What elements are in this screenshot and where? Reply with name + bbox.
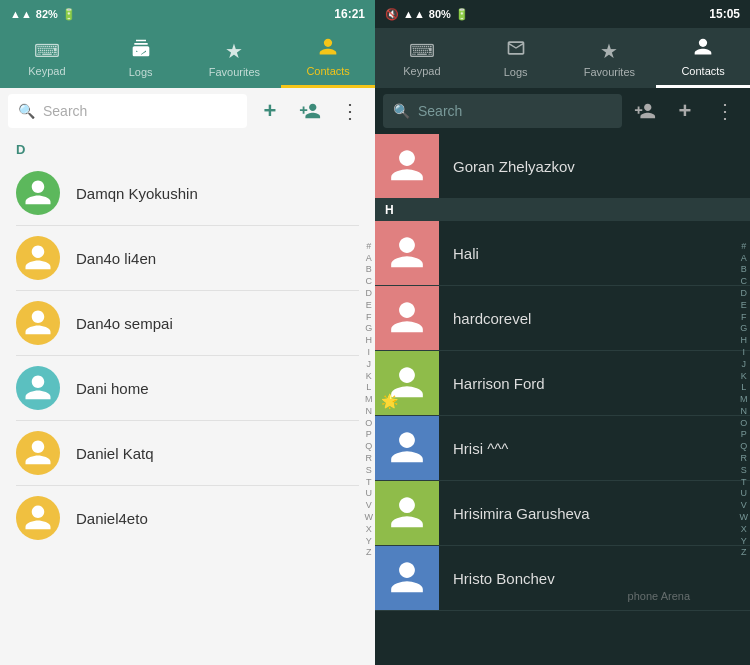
tab-keypad-left-label: Keypad bbox=[28, 65, 65, 77]
contact-hardcorevel[interactable]: hardcorevel bbox=[375, 286, 750, 351]
tab-favourites-right-label: Favourites bbox=[584, 66, 635, 78]
contact-hrisimira[interactable]: Hrisimira Garusheva bbox=[375, 481, 750, 546]
avatar-dani-home bbox=[16, 366, 60, 410]
contact-name-damqn: Damqn Kyokushin bbox=[76, 185, 198, 202]
phonearena-watermark: phone Arena bbox=[628, 590, 690, 602]
tab-logs-right[interactable]: Logs bbox=[469, 28, 563, 88]
mute-icon: 🔇 bbox=[385, 8, 399, 21]
right-alpha-index: #ABCDEFGHIJKLMNOPQRSTUVWXYZ bbox=[738, 134, 751, 665]
signal-icon-right: ▲▲ bbox=[403, 8, 425, 20]
right-tab-bar: ⌨ Keypad Logs ★ Favourites Contacts bbox=[375, 28, 750, 88]
more-options-button-left[interactable]: ⋮ bbox=[333, 94, 367, 128]
logs-icon-right bbox=[506, 38, 526, 63]
contact-hali[interactable]: Hali bbox=[375, 221, 750, 286]
left-search-bar: 🔍 Search + ⋮ bbox=[0, 88, 375, 134]
contact-daniel-katq[interactable]: Daniel Katq bbox=[0, 421, 375, 485]
tab-logs-left-label: Logs bbox=[129, 66, 153, 78]
contact-dan4o-sempai[interactable]: Dan4o sempai bbox=[0, 291, 375, 355]
keypad-icon: ⌨ bbox=[34, 40, 60, 62]
tab-favourites-left[interactable]: ★ Favourites bbox=[188, 28, 282, 88]
contact-name-dan4o-li4en: Dan4o li4en bbox=[76, 250, 156, 267]
search-icon-left: 🔍 bbox=[18, 103, 35, 119]
right-status-icons: 🔇 ▲▲ 80% 🔋 bbox=[385, 8, 469, 21]
tab-favourites-left-label: Favourites bbox=[209, 66, 260, 78]
signal-icon: ▲▲ bbox=[10, 8, 32, 20]
battery-icon-right: 🔋 bbox=[455, 8, 469, 21]
logs-icon bbox=[131, 38, 151, 63]
tab-contacts-left-label: Contacts bbox=[306, 65, 349, 77]
contact-dani-home[interactable]: Dani home bbox=[0, 356, 375, 420]
tab-keypad-left[interactable]: ⌨ Keypad bbox=[0, 28, 94, 88]
left-panel: ▲▲ 82% 🔋 16:21 ⌨ Keypad Logs ★ Favourite… bbox=[0, 0, 375, 665]
left-search-placeholder: Search bbox=[43, 103, 87, 119]
contact-hrisi[interactable]: Hrisi ^^^ bbox=[375, 416, 750, 481]
right-search-bar: 🔍 Search + ⋮ bbox=[375, 88, 750, 134]
avatar-damqn bbox=[16, 171, 60, 215]
contact-name-goran: Goran Zhelyazkov bbox=[439, 158, 750, 175]
tab-logs-right-label: Logs bbox=[504, 66, 528, 78]
right-search-wrap[interactable]: 🔍 Search bbox=[383, 94, 622, 128]
contact-name-hrisimira: Hrisimira Garusheva bbox=[439, 505, 750, 522]
left-search-wrap[interactable]: 🔍 Search bbox=[8, 94, 247, 128]
avatar-hali bbox=[375, 221, 439, 285]
star-icon-left: ★ bbox=[225, 39, 243, 63]
right-contacts-list: Goran Zhelyazkov H Hali hardcorevel 🌟 Ha… bbox=[375, 134, 750, 665]
contact-name-dani-home: Dani home bbox=[76, 380, 149, 397]
tab-contacts-right[interactable]: Contacts bbox=[656, 28, 750, 88]
right-search-placeholder: Search bbox=[418, 103, 462, 119]
add-from-contacts-button-right[interactable] bbox=[628, 94, 662, 128]
contact-name-daniel4eto: Daniel4eto bbox=[76, 510, 148, 527]
battery-label-right: 80% bbox=[429, 8, 451, 20]
avatar-hrisimira bbox=[375, 481, 439, 545]
avatar-goran bbox=[375, 134, 439, 198]
contact-name-hali: Hali bbox=[439, 245, 750, 262]
right-time: 15:05 bbox=[709, 7, 740, 21]
contact-hristo[interactable]: Hristo Bonchev phone Arena bbox=[375, 546, 750, 611]
contacts-icon-left bbox=[318, 37, 338, 62]
tab-contacts-right-label: Contacts bbox=[681, 65, 724, 77]
left-contacts-list: D Damqn Kyokushin Dan4o li4en Dan4o semp… bbox=[0, 134, 375, 665]
keypad-icon-right: ⌨ bbox=[409, 40, 435, 62]
battery-icon: 🔋 bbox=[62, 8, 76, 21]
contact-name-hardcorevel: hardcorevel bbox=[439, 310, 750, 327]
avatar-hristo bbox=[375, 546, 439, 610]
contact-name-daniel-katq: Daniel Katq bbox=[76, 445, 154, 462]
contact-name-hrisi: Hrisi ^^^ bbox=[439, 440, 750, 457]
tab-favourites-right[interactable]: ★ Favourites bbox=[563, 28, 657, 88]
right-status-bar: 🔇 ▲▲ 80% 🔋 15:05 bbox=[375, 0, 750, 28]
avatar-daniel4eto bbox=[16, 496, 60, 540]
contact-daniel4eto[interactable]: Daniel4eto bbox=[0, 486, 375, 550]
add-contact-button-right[interactable]: + bbox=[668, 94, 702, 128]
avatar-dan4o-li4en bbox=[16, 236, 60, 280]
contact-damqn[interactable]: Damqn Kyokushin bbox=[0, 161, 375, 225]
battery-label: 82% bbox=[36, 8, 58, 20]
add-contact-button-left[interactable]: + bbox=[253, 94, 287, 128]
avatar-harrison: 🌟 bbox=[375, 351, 439, 415]
contact-goran[interactable]: Goran Zhelyazkov bbox=[375, 134, 750, 199]
contact-name-harrison: Harrison Ford bbox=[439, 375, 750, 392]
contact-name-dan4o-sempai: Dan4o sempai bbox=[76, 315, 173, 332]
avatar-daniel-katq bbox=[16, 431, 60, 475]
avatar-hardcorevel bbox=[375, 286, 439, 350]
avatar-hrisi bbox=[375, 416, 439, 480]
left-tab-bar: ⌨ Keypad Logs ★ Favourites Contacts bbox=[0, 28, 375, 88]
tab-contacts-left[interactable]: Contacts bbox=[281, 28, 375, 88]
avatar-dan4o-sempai bbox=[16, 301, 60, 345]
section-header-h: H bbox=[375, 199, 750, 221]
left-alpha-index: #ABCDEFGHIJKLMNOPQRSTUVWXYZ bbox=[363, 134, 376, 665]
tab-keypad-right[interactable]: ⌨ Keypad bbox=[375, 28, 469, 88]
star-icon-right: ★ bbox=[600, 39, 618, 63]
more-options-button-right[interactable]: ⋮ bbox=[708, 94, 742, 128]
left-time: 16:21 bbox=[334, 7, 365, 21]
left-status-bar: ▲▲ 82% 🔋 16:21 bbox=[0, 0, 375, 28]
right-panel: 🔇 ▲▲ 80% 🔋 15:05 ⌨ Keypad Logs ★ Favouri… bbox=[375, 0, 750, 665]
left-status-icons: ▲▲ 82% 🔋 bbox=[10, 8, 76, 21]
contact-harrison[interactable]: 🌟 Harrison Ford bbox=[375, 351, 750, 416]
contact-dan4o-li4en[interactable]: Dan4o li4en bbox=[0, 226, 375, 290]
section-header-d: D bbox=[0, 138, 375, 161]
contact-name-hristo: Hristo Bonchev bbox=[439, 570, 750, 587]
search-icon-right: 🔍 bbox=[393, 103, 410, 119]
tab-keypad-right-label: Keypad bbox=[403, 65, 440, 77]
tab-logs-left[interactable]: Logs bbox=[94, 28, 188, 88]
add-from-contacts-button-left[interactable] bbox=[293, 94, 327, 128]
